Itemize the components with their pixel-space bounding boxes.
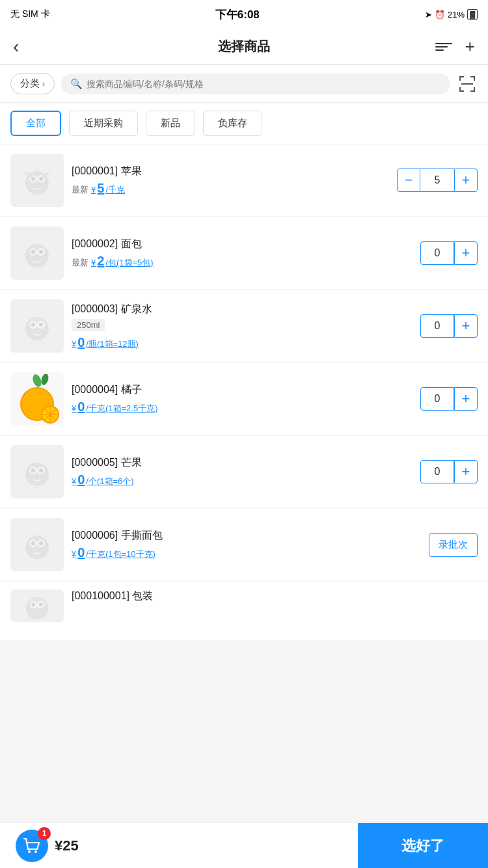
product-thumbnail: 智十 xyxy=(10,226,64,280)
currency-icon: ¥ xyxy=(72,403,76,413)
quantity-control: 录批次 xyxy=(429,533,478,557)
bottom-bar: 1 ¥25 选好了 xyxy=(0,822,488,868)
quantity-control: + xyxy=(420,241,478,265)
svg-rect-5 xyxy=(459,87,461,92)
quantity-increase-button[interactable]: + xyxy=(454,169,478,192)
battery-text: 21% xyxy=(448,10,465,20)
status-right: ➤ ⏰ 21% ▓ xyxy=(425,9,478,20)
product-thumbnail: 智十 xyxy=(10,445,64,498)
svg-point-49 xyxy=(26,597,49,620)
svg-point-46 xyxy=(31,541,35,545)
status-bar: 无 SIM 卡 下午6:08 ➤ ⏰ 21% ▓ xyxy=(0,0,488,29)
svg-point-40 xyxy=(31,468,35,472)
svg-point-19 xyxy=(39,250,43,254)
product-spec: 250ml xyxy=(72,319,105,331)
price-label: 最新 xyxy=(72,184,88,196)
tab-new[interactable]: 新品 xyxy=(146,111,195,136)
product-info: [000100001] 包装 xyxy=(72,590,478,606)
quantity-input[interactable] xyxy=(420,314,454,338)
nav-bar: ‹ 选择商品 + xyxy=(0,29,488,65)
price-amount: 0 xyxy=(77,400,85,414)
table-row: 智十 [0000001] 苹果 最新 ¥ 5 /千克 − + xyxy=(0,144,488,216)
svg-text:智十: 智十 xyxy=(32,481,45,489)
owl-logo-icon: 智十 xyxy=(18,161,57,200)
product-price: ¥ 0 /千克(1箱=2.5千克) xyxy=(72,400,413,414)
search-input[interactable] xyxy=(87,79,441,89)
svg-point-55 xyxy=(34,850,37,853)
status-time: 下午6:08 xyxy=(215,7,260,22)
filter-tabs: 全部 近期采购 新品 负库存 xyxy=(0,103,488,144)
product-name: [000100001] 包装 xyxy=(72,590,478,603)
quantity-input[interactable] xyxy=(420,460,454,483)
cart-icon-button[interactable]: 1 xyxy=(16,830,48,862)
search-bar-section: 分类 › 🔍 xyxy=(0,65,488,103)
tab-negative[interactable]: 负库存 xyxy=(203,111,262,136)
quantity-decrease-button[interactable]: − xyxy=(397,169,420,192)
product-name: [0000005] 芒果 xyxy=(72,456,413,470)
chevron-right-icon: › xyxy=(42,79,45,88)
quantity-increase-button[interactable]: + xyxy=(454,387,478,411)
status-left: 无 SIM 卡 xyxy=(10,8,50,20)
price-unit: /千克 xyxy=(105,184,125,196)
tab-recent[interactable]: 近期采购 xyxy=(69,111,138,136)
price-label: 最新 xyxy=(72,257,88,269)
quantity-increase-button[interactable]: + xyxy=(454,241,478,265)
alarm-icon: ⏰ xyxy=(435,10,445,20)
product-name: [0000003] 矿泉水 xyxy=(72,303,413,316)
product-price: ¥ 0 /个(1箱=6个) xyxy=(72,472,413,487)
price-amount: 2 xyxy=(97,254,104,269)
quantity-control: − + xyxy=(397,169,478,192)
battery-icon: ▓ xyxy=(467,9,478,20)
price-unit: /个(1箱=6个) xyxy=(86,476,133,487)
category-button[interactable]: 分类 › xyxy=(10,73,55,94)
scan-barcode-icon[interactable] xyxy=(457,74,478,94)
tab-all[interactable]: 全部 xyxy=(10,111,61,136)
owl-logo-icon: 智十 xyxy=(18,525,57,564)
price-unit: /瓶(1箱=12瓶) xyxy=(86,338,139,350)
product-name: [0000004] 橘子 xyxy=(72,383,413,397)
svg-point-52 xyxy=(31,603,35,606)
product-price: ¥ 0 /瓶(1箱=12瓶) xyxy=(72,335,413,350)
product-info: [0000004] 橘子 ¥ 0 /千克(1箱=2.5千克) xyxy=(72,383,413,414)
back-button[interactable]: ‹ xyxy=(13,36,19,57)
price-amount: 0 xyxy=(77,545,85,560)
currency-icon: ¥ xyxy=(91,258,96,267)
svg-point-25 xyxy=(39,323,43,327)
price-unit: /千克(1箱=2.5千克) xyxy=(86,403,157,414)
price-amount: 0 xyxy=(77,335,85,350)
owl-logo-icon xyxy=(21,590,53,622)
product-info: [0000005] 芒果 ¥ 0 /个(1箱=6个) xyxy=(72,456,413,487)
table-row: 智十 [0000005] 芒果 ¥ 0 /个(1箱=6个) + xyxy=(0,436,488,508)
product-name: [0000001] 苹果 xyxy=(72,165,389,178)
product-info: [0000003] 矿泉水 250ml ¥ 0 /瓶(1箱=12瓶) xyxy=(72,303,413,350)
owl-logo-icon: 智十 xyxy=(18,234,57,273)
quantity-control: + xyxy=(420,460,478,483)
svg-point-47 xyxy=(39,541,43,545)
svg-point-27 xyxy=(31,374,43,388)
quantity-control: + xyxy=(420,314,478,338)
quantity-input[interactable] xyxy=(420,387,454,411)
product-price: 最新 ¥ 2 /包(1袋=5包) xyxy=(72,254,413,269)
table-row: [0000004] 橘子 ¥ 0 /千克(1箱=2.5千克) + xyxy=(0,363,488,435)
product-info: [0000001] 苹果 最新 ¥ 5 /千克 xyxy=(72,165,389,196)
batch-record-button[interactable]: 录批次 xyxy=(429,533,478,557)
quantity-input[interactable] xyxy=(420,169,454,192)
add-product-button[interactable]: + xyxy=(465,36,475,57)
location-icon: ➤ xyxy=(425,10,432,20)
owl-logo-icon: 智十 xyxy=(18,452,57,491)
quantity-increase-button[interactable]: + xyxy=(454,314,478,338)
owl-logo-icon: 智十 xyxy=(18,306,57,346)
quantity-increase-button[interactable]: + xyxy=(454,460,478,483)
product-list: 智十 [0000001] 苹果 最新 ¥ 5 /千克 − + xyxy=(0,144,488,640)
currency-icon: ¥ xyxy=(91,185,96,195)
filter-icon[interactable] xyxy=(435,43,452,51)
search-icon: 🔍 xyxy=(70,78,83,90)
product-price: ¥ 0 /千克(1包=10千克) xyxy=(72,545,421,560)
confirm-button[interactable]: 选好了 xyxy=(358,823,488,869)
svg-point-18 xyxy=(31,250,35,254)
currency-icon: ¥ xyxy=(72,549,76,559)
quantity-input[interactable] xyxy=(420,241,454,265)
svg-rect-7 xyxy=(474,87,475,92)
category-label: 分类 xyxy=(20,77,40,90)
svg-point-53 xyxy=(39,603,43,606)
